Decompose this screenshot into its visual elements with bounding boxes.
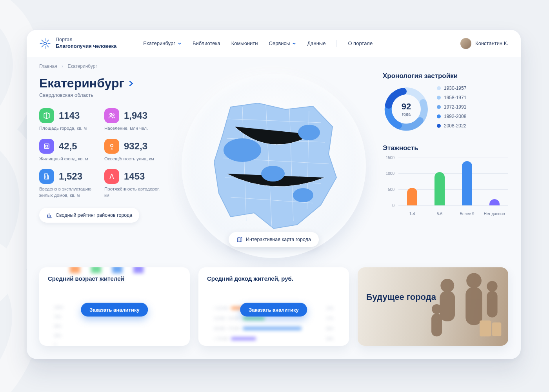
floors-bar-4: [489, 199, 500, 205]
page-title: Екатеринбург: [39, 76, 124, 91]
legend-item[interactable]: 1992-2008: [437, 114, 466, 119]
metric-area[interactable]: 1143 Площадь города, кв. м: [39, 108, 100, 132]
card-income: Средний доход жителей, руб. < 15 00013% …: [198, 267, 349, 346]
floors-bar-1: [407, 188, 417, 205]
avatar: [460, 38, 471, 49]
left-column: Екатеринбург Свердловская область 1143 П…: [39, 72, 165, 258]
svg-point-5: [111, 144, 113, 147]
page-subtitle: Свердловская область: [39, 92, 165, 98]
svg-point-16: [487, 281, 498, 292]
rating-button[interactable]: Сводный рейтинг районов города: [39, 208, 139, 223]
order-analytics-button[interactable]: Заказать аналитику: [240, 303, 307, 317]
svg-point-12: [441, 279, 454, 292]
svg-point-8: [298, 125, 320, 140]
legend-item[interactable]: 2008-2022: [437, 123, 466, 129]
family-illustration: [421, 267, 508, 343]
brand-line2: Благополучия человека: [56, 43, 116, 49]
card-future[interactable]: Будущее города: [358, 267, 508, 346]
metric-housing[interactable]: 42,5 Жилищный фонд, кв. м: [39, 139, 100, 162]
city-map-circle: Интерактивная карта города: [182, 74, 366, 258]
brand-line1: Портал: [56, 37, 116, 43]
roads-icon: [104, 169, 119, 184]
breadcrumb-home[interactable]: Главная: [39, 64, 57, 69]
floors-bar-3: [462, 161, 472, 205]
building-icon: [39, 169, 54, 184]
svg-point-7: [224, 138, 261, 162]
main-content: Екатеринбург Свердловская область 1143 П…: [27, 69, 521, 267]
legend-item[interactable]: 1972-1991: [437, 104, 466, 110]
chevron-down-icon: [178, 42, 182, 45]
brand[interactable]: Портал Благополучия человека: [39, 37, 116, 49]
svg-point-10: [261, 166, 285, 181]
svg-rect-13: [440, 291, 455, 321]
chevron-down-icon: [292, 42, 296, 45]
people-icon: [104, 108, 119, 123]
nav-item-data[interactable]: Данные: [307, 40, 325, 46]
area-icon: [39, 108, 54, 123]
header: Портал Благополучия человека Екатеринбур…: [27, 30, 521, 57]
right-column: Хронология застройки: [383, 72, 508, 258]
nav: Екатеринбург Библиотека Комьюнити Сервис…: [143, 40, 373, 47]
housing-icon: [39, 139, 54, 154]
svg-rect-20: [480, 321, 491, 337]
svg-point-1: [110, 113, 112, 115]
bars-icon: [46, 212, 53, 218]
metric-population[interactable]: 1,943 Население, млн чел.: [104, 108, 165, 132]
nav-item-community[interactable]: Комьюнити: [231, 40, 258, 46]
user-name: Константин К.: [475, 40, 508, 46]
nav-item-city[interactable]: Екатеринбург: [143, 40, 182, 46]
svg-rect-3: [44, 144, 49, 149]
svg-point-0: [44, 42, 47, 45]
center-column: Интерактивная карта города: [174, 72, 373, 258]
floors-bar-2: [434, 172, 445, 205]
floors-chart[interactable]: 1500 1000 500 0: [383, 158, 508, 216]
nav-item-about[interactable]: О портале: [348, 40, 373, 46]
interactive-map-button[interactable]: Интерактивная карта города: [229, 232, 319, 247]
floors-section: Этажность 1500 1000 500 0: [383, 144, 508, 216]
legend-item[interactable]: 1930-1957: [437, 85, 466, 91]
order-analytics-button[interactable]: Заказать аналитику: [81, 303, 148, 317]
nav-item-library[interactable]: Библиотека: [193, 40, 220, 46]
bottom-cards: Средний возраст жителей 100% 75% 50% 25%…: [27, 267, 521, 358]
svg-rect-17: [487, 291, 498, 318]
metric-commissioned[interactable]: 1,523 Введено в эксплуатацию жилых домов…: [39, 169, 100, 198]
svg-point-14: [466, 273, 482, 289]
chronology-legend: 1930-1957 1958-1971 1972-1991 1992-2008 …: [437, 85, 466, 129]
donut-value: 92: [402, 102, 411, 112]
floors-title: Этажность: [383, 144, 508, 152]
legend-item[interactable]: 1958-1971: [437, 95, 466, 100]
svg-rect-21: [492, 322, 501, 336]
card-income-title: Средний доход жителей, руб.: [207, 275, 340, 282]
brand-icon: [39, 38, 51, 49]
metrics-grid: 1143 Площадь города, кв. м 1,943 Населен…: [39, 108, 165, 198]
chevron-right-icon: [127, 80, 135, 87]
map-icon: [236, 236, 243, 243]
donut-unit: года: [402, 112, 411, 116]
city-title-row[interactable]: Екатеринбург: [39, 76, 165, 91]
svg-rect-4: [46, 145, 48, 147]
nav-item-services[interactable]: Сервисы: [269, 40, 296, 46]
svg-point-9: [293, 188, 313, 202]
chronology-donut[interactable]: 92 года: [383, 85, 430, 132]
light-icon: [104, 139, 119, 154]
svg-point-18: [432, 304, 442, 314]
breadcrumb-current: Екатеринбург: [67, 64, 97, 69]
card-future-title: Будущее города: [366, 292, 436, 303]
user-menu[interactable]: Константин К.: [460, 38, 508, 49]
city-map[interactable]: [203, 95, 344, 236]
metric-lighting[interactable]: 932,3 Освещённость улиц, км: [104, 139, 165, 162]
svg-rect-15: [466, 287, 483, 325]
app-window: Портал Благополучия человека Екатеринбур…: [27, 30, 521, 359]
nav-divider: [336, 40, 337, 47]
card-age: Средний возраст жителей 100% 75% 50% 25%…: [39, 267, 190, 346]
breadcrumb: Главная › Екатеринбург: [27, 57, 521, 69]
svg-point-2: [113, 114, 114, 115]
metric-roads[interactable]: 1453 Протяжённость автодорог, км: [104, 169, 165, 198]
chronology-title: Хронология застройки: [383, 72, 508, 80]
svg-rect-19: [431, 314, 442, 336]
